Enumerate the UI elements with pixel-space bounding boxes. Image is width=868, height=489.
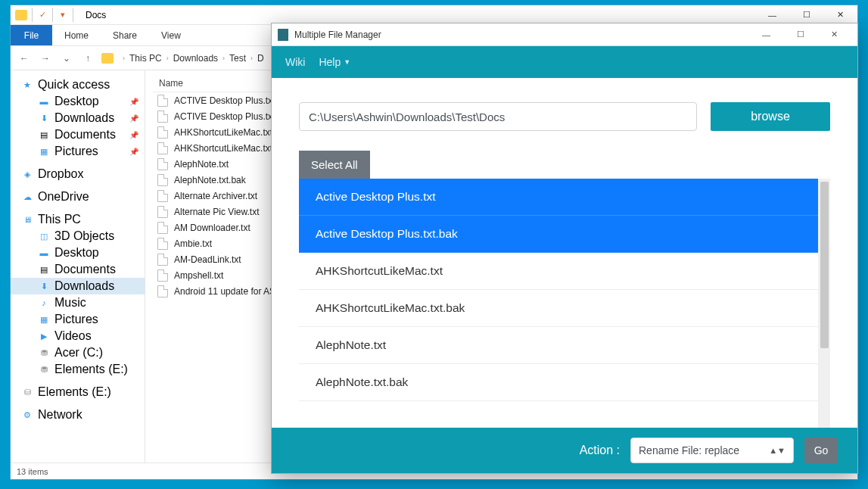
- file-icon: [157, 222, 168, 234]
- share-tab[interactable]: Share: [101, 25, 149, 45]
- maximize-button[interactable]: ☐: [789, 5, 823, 25]
- back-button[interactable]: ←: [17, 51, 32, 66]
- pictures-icon: ▦: [38, 314, 50, 325]
- nav-drive-c[interactable]: ⛃Acer (C:): [11, 344, 145, 361]
- quick-access-icon[interactable]: ✓: [37, 10, 48, 20]
- file-tab[interactable]: File: [11, 25, 52, 45]
- up-button[interactable]: ↑: [80, 51, 95, 66]
- file-name: AHKShortcutLikeMac.txt.ba: [174, 143, 285, 154]
- explorer-nav-tree: ★Quick access ▬Desktop📌 ⬇Downloads📌 ▤Doc…: [11, 70, 145, 463]
- list-item[interactable]: AlephNote.txt: [299, 327, 818, 364]
- pictures-icon: ▦: [38, 146, 50, 157]
- nav-pictures[interactable]: ▦Pictures📌: [11, 143, 145, 160]
- recent-dropdown[interactable]: ⌄: [59, 51, 74, 66]
- list-item[interactable]: Active Desktop Plus.txt.bak: [299, 216, 818, 253]
- scrollbar-thumb[interactable]: [820, 182, 829, 348]
- home-tab[interactable]: Home: [52, 25, 101, 45]
- file-icon: [157, 190, 168, 202]
- file-name: Ampshell.txt: [174, 270, 223, 281]
- file-name: Alternate Pic View.txt: [174, 207, 260, 217]
- action-label: Action :: [580, 444, 620, 457]
- file-icon: [157, 238, 168, 250]
- nav-pc-music[interactable]: ♪Music: [11, 294, 145, 311]
- music-icon: ♪: [38, 297, 50, 308]
- file-name: AM Downloader.txt: [174, 223, 250, 233]
- minimize-button[interactable]: —: [749, 24, 783, 45]
- separator: [52, 8, 53, 22]
- nav-pc-desktop[interactable]: ▬Desktop: [11, 244, 145, 261]
- list-item[interactable]: AHKShortcutLikeMac.txt: [299, 253, 818, 290]
- pin-icon: 📌: [129, 131, 138, 139]
- crumb-segment[interactable]: D: [257, 53, 264, 64]
- app-icon: [278, 29, 288, 41]
- crumb-segment[interactable]: This PC: [129, 53, 162, 64]
- action-select-value: Rename File: replace: [639, 444, 739, 456]
- file-name: AM-DeadLink.txt: [174, 254, 241, 265]
- nav-downloads[interactable]: ⬇Downloads📌: [11, 110, 145, 126]
- file-name: ACTIVE Desktop Plus.txt: [174, 95, 275, 106]
- file-icon: [157, 174, 168, 186]
- item-count: 13 items: [17, 467, 48, 476]
- nav-this-pc[interactable]: 🖥This PC: [11, 211, 145, 228]
- file-icon: [157, 254, 168, 266]
- file-name: AlephNote.txt.bak: [174, 175, 246, 185]
- list-item[interactable]: AHKShortcutLikeMac.txt.bak: [299, 290, 818, 327]
- nav-dropbox[interactable]: ◈Dropbox: [11, 166, 145, 182]
- menu-help[interactable]: Help▼: [319, 56, 350, 68]
- desktop-icon: ▬: [38, 96, 50, 107]
- mfm-file-list: Active Desktop Plus.txtActive Desktop Pl…: [299, 179, 819, 428]
- file-name: AHKShortcutLikeMac.txt: [174, 127, 272, 138]
- path-input[interactable]: [299, 102, 697, 131]
- nav-network[interactable]: ⚙Network: [11, 406, 145, 423]
- nav-drive-e[interactable]: ⛃Elements (E:): [11, 361, 145, 378]
- mfm-titlebar[interactable]: Multiple File Manager — ☐ ✕: [272, 23, 857, 46]
- pin-icon: 📌: [129, 98, 138, 106]
- file-name: Android 11 update for ASU: [174, 286, 282, 297]
- nav-pc-pictures[interactable]: ▦Pictures: [11, 311, 145, 328]
- nav-documents[interactable]: ▤Documents📌: [11, 126, 145, 143]
- window-title: Docs: [86, 10, 106, 20]
- nav-desktop[interactable]: ▬Desktop📌: [11, 93, 145, 110]
- list-item[interactable]: AlephNote.txt.bak: [299, 364, 818, 401]
- list-item[interactable]: Active Desktop Plus.txt: [299, 179, 818, 216]
- file-name: Ambie.txt: [174, 238, 212, 249]
- mfm-menubar: Wiki Help▼: [272, 46, 857, 78]
- nav-pc-documents[interactable]: ▤Documents: [11, 261, 145, 278]
- forward-button[interactable]: →: [38, 51, 53, 66]
- breadcrumb[interactable]: › This PC› Downloads› Test› D: [101, 53, 264, 64]
- nav-pc-videos[interactable]: ▶Videos: [11, 328, 145, 344]
- file-icon: [157, 206, 168, 218]
- menu-wiki[interactable]: Wiki: [285, 56, 305, 68]
- close-button[interactable]: ✕: [823, 5, 857, 25]
- nav-3d-objects[interactable]: ◫3D Objects: [11, 228, 145, 244]
- drive-icon: ⛁: [21, 387, 33, 397]
- file-icon: [157, 142, 168, 154]
- view-tab[interactable]: View: [149, 25, 193, 45]
- pc-icon: 🖥: [21, 214, 33, 225]
- crumb-segment[interactable]: Test: [229, 53, 246, 64]
- select-arrows-icon: ▲▼: [769, 446, 786, 455]
- nav-pc-downloads[interactable]: ⬇Downloads: [11, 278, 145, 294]
- documents-icon: ▤: [38, 264, 50, 275]
- crumb-segment[interactable]: Downloads: [173, 53, 218, 64]
- dropdown-icon[interactable]: ▾: [58, 10, 68, 20]
- minimize-button[interactable]: —: [755, 5, 789, 25]
- videos-icon: ▶: [38, 331, 50, 341]
- nav-elements[interactable]: ⛁Elements (E:): [11, 384, 145, 400]
- mfm-window: Multiple File Manager — ☐ ✕ Wiki Help▼ b…: [271, 23, 858, 474]
- onedrive-icon: ☁: [21, 192, 33, 202]
- documents-icon: ▤: [38, 129, 50, 140]
- file-name: Alternate Archiver.txt: [174, 191, 257, 201]
- nav-onedrive[interactable]: ☁OneDrive: [11, 188, 145, 205]
- star-icon: ★: [21, 79, 33, 90]
- select-all-button[interactable]: Select All: [299, 151, 370, 179]
- scrollbar[interactable]: [819, 179, 830, 428]
- maximize-button[interactable]: ☐: [783, 24, 817, 45]
- go-button[interactable]: Go: [804, 438, 838, 463]
- file-icon: [157, 269, 168, 282]
- downloads-icon: ⬇: [38, 113, 50, 123]
- close-button[interactable]: ✕: [817, 24, 851, 45]
- nav-quick-access[interactable]: ★Quick access: [11, 76, 145, 93]
- action-select[interactable]: Rename File: replace ▲▼: [630, 438, 794, 463]
- browse-button[interactable]: browse: [711, 102, 830, 131]
